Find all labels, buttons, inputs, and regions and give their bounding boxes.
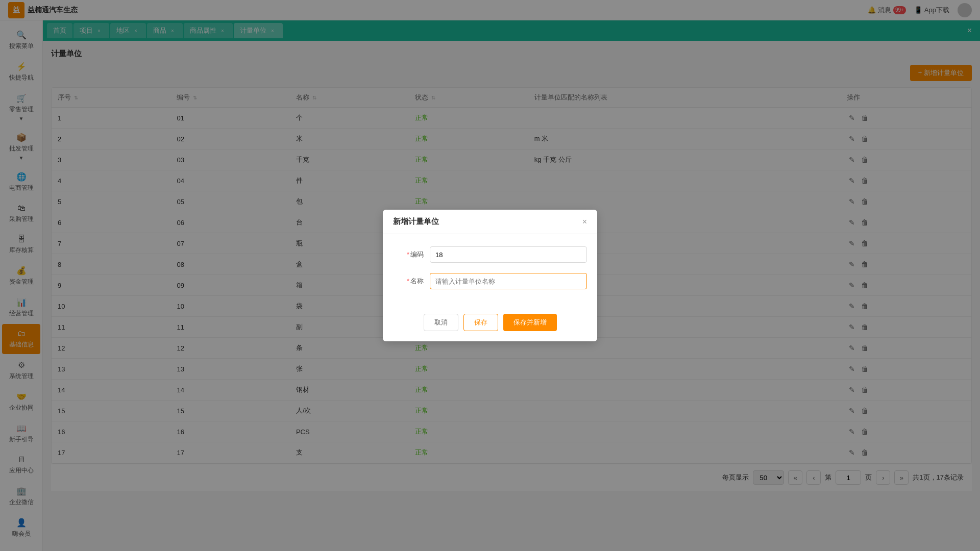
name-input[interactable] — [430, 273, 587, 289]
name-label: 名称 — [393, 277, 424, 286]
code-input[interactable] — [430, 246, 587, 263]
modal-overlay: 新增计量单位 × 编码 名称 取消 保存 保存并新增 — [0, 0, 980, 551]
form-row-code: 编码 — [393, 246, 587, 263]
modal-title: 新增计量单位 — [393, 217, 439, 227]
form-row-name: 名称 — [393, 273, 587, 289]
modal-footer: 取消 保存 保存并新增 — [383, 308, 597, 341]
cancel-button[interactable]: 取消 — [424, 314, 458, 331]
add-unit-modal: 新增计量单位 × 编码 名称 取消 保存 保存并新增 — [383, 210, 597, 341]
save-button[interactable]: 保存 — [463, 314, 498, 331]
modal-body: 编码 名称 — [383, 234, 597, 308]
modal-close-btn[interactable]: × — [582, 217, 587, 227]
code-label: 编码 — [393, 250, 424, 259]
save-and-new-button[interactable]: 保存并新增 — [503, 314, 557, 331]
modal-header: 新增计量单位 × — [383, 210, 597, 234]
